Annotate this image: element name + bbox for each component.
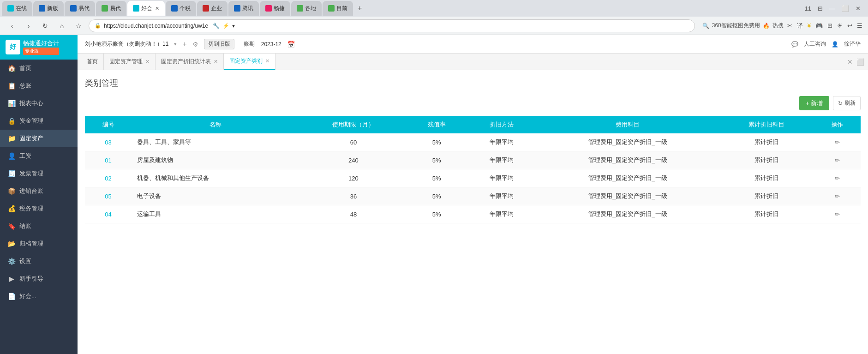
- maximize-icon[interactable]: ⬜: [840, 4, 851, 13]
- bookmark-button[interactable]: ☆: [72, 19, 85, 32]
- sidebar-logo: 好 畅捷通好合计 专业版: [0, 35, 78, 60]
- cell-expense-2: 管理费用_固定资产折旧_一级: [537, 169, 719, 187]
- sidebar-item-settings[interactable]: ⚙️ 设置: [0, 252, 78, 270]
- cell-method-0: 年限平均: [466, 133, 537, 151]
- sidebar-item-fixed-assets[interactable]: 📁 固定资产: [0, 130, 78, 147]
- sidebar-item-ledger[interactable]: 📋 总账: [0, 77, 78, 95]
- page-tab-asset-mgmt[interactable]: 固定资产管理 ✕: [104, 54, 156, 70]
- close-panel-icon[interactable]: ✕: [847, 58, 853, 66]
- switch-version-button[interactable]: 切到旧版: [204, 39, 234, 49]
- sidebar-item-extra[interactable]: 📄 好会...: [0, 288, 78, 305]
- brightness-icon[interactable]: ☀: [837, 22, 843, 29]
- closing-icon: 🔖: [7, 222, 16, 230]
- forward-button[interactable]: ›: [22, 19, 35, 32]
- browser-tab-3[interactable]: 易代: [96, 1, 126, 16]
- cell-months-2: 120: [300, 169, 407, 187]
- url-dropdown-icon[interactable]: ▾: [232, 23, 235, 29]
- sidebar-item-guide[interactable]: ▶ 新手引导: [0, 270, 78, 288]
- browser-tab-2[interactable]: 易代: [65, 1, 95, 16]
- grid-icon[interactable]: ⊞: [827, 22, 832, 29]
- sidebar-item-archive[interactable]: 📂 归档管理: [0, 235, 78, 252]
- sidebar-label-archive: 归档管理: [19, 240, 43, 248]
- browser-tab-7[interactable]: 腾讯: [228, 1, 259, 16]
- sidebar-item-payroll[interactable]: 👤 工资: [0, 147, 78, 165]
- cell-name-3: 电子设备: [132, 187, 299, 205]
- coin-icon[interactable]: ¥: [808, 22, 811, 29]
- logo-text: 畅捷通好合计: [23, 40, 59, 48]
- cell-code-2[interactable]: 02: [85, 169, 132, 187]
- cell-code-3[interactable]: 05: [85, 187, 132, 205]
- home-button[interactable]: ⌂: [55, 19, 68, 32]
- browser-tab-4[interactable]: 好会 ✕: [127, 1, 165, 16]
- edit-button-3[interactable]: ✏: [835, 193, 840, 200]
- edit-button-0[interactable]: ✏: [835, 139, 840, 146]
- edit-button-2[interactable]: ✏: [835, 175, 840, 182]
- sidebar-label-home: 首页: [19, 64, 31, 72]
- cell-code-1[interactable]: 01: [85, 151, 132, 169]
- add-button[interactable]: + 新增: [799, 96, 829, 110]
- refresh-button[interactable]: ↻ 刷新: [833, 96, 861, 110]
- close-window-icon[interactable]: ✕: [854, 4, 862, 13]
- expand-panel-icon[interactable]: ⬜: [856, 58, 864, 66]
- reload-button[interactable]: ↻: [39, 19, 52, 32]
- page-tab-depreciation-label: 固定资产折旧统计表: [161, 58, 211, 66]
- cell-expense-1: 管理费用_固定资产折旧_一级: [537, 151, 719, 169]
- cell-name-4: 运输工具: [132, 205, 299, 223]
- browser-tab-5[interactable]: 个税: [166, 1, 196, 16]
- translate-icon[interactable]: 译: [797, 22, 803, 30]
- sidebar-item-tax[interactable]: 💰 税务管理: [0, 200, 78, 217]
- consult-icon: 💬: [791, 41, 798, 48]
- browser-tab-0[interactable]: 在线: [2, 1, 32, 16]
- browser-chrome: 在线 新版 易代 易代 好会 ✕ 个税 企业 腾讯: [0, 0, 868, 35]
- page-tabs: 首页 固定资产管理 ✕ 固定资产折旧统计表 ✕ 固定资产类别 ✕ ✕ ⬜: [78, 54, 868, 70]
- header-right: 💬 人工咨询 👤 徐泽华: [791, 40, 861, 48]
- page-tab-category[interactable]: 固定资产类别 ✕: [224, 54, 275, 70]
- extra-icon: 📄: [7, 292, 16, 300]
- minimize-icon[interactable]: —: [827, 4, 837, 13]
- lightning-icon[interactable]: ⚡: [222, 23, 229, 29]
- browser-tab-9[interactable]: 各地: [291, 1, 322, 16]
- page-tab-asset-mgmt-close[interactable]: ✕: [145, 59, 150, 65]
- sidebar-item-inventory[interactable]: 📦 进销台账: [0, 182, 78, 200]
- cell-code-0[interactable]: 03: [85, 133, 132, 151]
- game-icon[interactable]: 🎮: [815, 22, 823, 29]
- calendar-icon[interactable]: 📅: [287, 41, 295, 48]
- browser-tab-10[interactable]: 目前: [323, 1, 353, 16]
- browser-tab-6[interactable]: 企业: [197, 1, 227, 16]
- add-account-icon[interactable]: +: [182, 40, 186, 48]
- tab-icon-10: [328, 5, 335, 12]
- new-tab-button[interactable]: +: [354, 4, 365, 12]
- page-tab-category-close[interactable]: ✕: [265, 58, 269, 64]
- user-dropdown-icon[interactable]: ▾: [174, 41, 177, 47]
- menu-icon[interactable]: ☰: [857, 22, 862, 29]
- cell-code-4[interactable]: 04: [85, 205, 132, 223]
- page-tab-home[interactable]: 首页: [81, 54, 104, 70]
- url-bar[interactable]: 🔒 https://cloud.chanjet.com/accounting/u…: [89, 19, 695, 32]
- back-button[interactable]: ‹: [6, 19, 18, 32]
- sidebar-item-invoice[interactable]: 🧾 发票管理: [0, 165, 78, 182]
- consult-label[interactable]: 人工咨询: [804, 40, 826, 48]
- sidebar-item-closing[interactable]: 🔖 结账: [0, 217, 78, 235]
- edit-button-4[interactable]: ✏: [835, 211, 840, 218]
- tab-label-3: 易代: [110, 5, 121, 12]
- browser-tab-8[interactable]: 畅捷: [260, 1, 290, 16]
- tab-menu-icon[interactable]: ⊟: [816, 4, 825, 13]
- page-tab-depreciation-close[interactable]: ✕: [214, 59, 218, 65]
- table-row: 04 运输工具 48 5% 年限平均 管理费用_固定资产折旧_一级 累计折旧 ✏: [85, 205, 861, 223]
- sidebar-item-funds[interactable]: 🔒 资金管理: [0, 112, 78, 130]
- scissors-icon[interactable]: ✂: [787, 22, 792, 29]
- sidebar-item-reports[interactable]: 📊 报表中心: [0, 95, 78, 112]
- cell-name-2: 机器、机械和其他生产设备: [132, 169, 299, 187]
- undo-icon[interactable]: ↩: [847, 22, 852, 29]
- search-icon: 🔍: [702, 23, 709, 29]
- logo-badge: 专业版: [23, 48, 59, 55]
- settings-gear-icon[interactable]: ⚙: [192, 41, 198, 48]
- col-header-expense: 费用科目: [537, 116, 719, 133]
- sidebar-label-inventory: 进销台账: [19, 187, 43, 195]
- browser-tab-1[interactable]: 新版: [33, 1, 64, 16]
- sidebar-item-home[interactable]: 🏠 首页: [0, 60, 78, 77]
- site-info-icon[interactable]: 🔧: [213, 23, 220, 29]
- tab-close-4[interactable]: ✕: [155, 6, 159, 12]
- page-tab-depreciation[interactable]: 固定资产折旧统计表 ✕: [156, 54, 224, 70]
- edit-button-1[interactable]: ✏: [835, 157, 840, 164]
